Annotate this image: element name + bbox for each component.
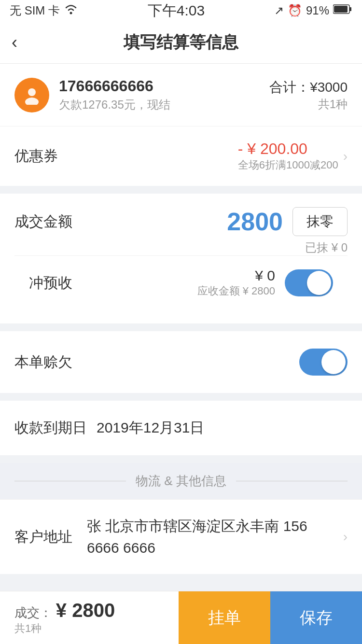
bottom-count: 共1种 — [14, 621, 164, 636]
save-button[interactable]: 保存 — [270, 591, 362, 644]
address-value: 张 北京市市辖区海淀区永丰南 156 6666 6666 — [87, 515, 343, 559]
coupon-discount: - ¥ 200.00 — [238, 140, 338, 158]
bottom-info: 成交： ¥ 2800 共1种 — [0, 600, 179, 636]
back-button[interactable]: ‹ — [12, 32, 17, 53]
nav-bar: ‹ 填写结算等信息 — [0, 21, 362, 64]
amount-card: 成交金额 2800 抹零 已抹 ¥ 0 冲预收 ¥ 0 应收金额 ¥ 2800 — [0, 194, 362, 323]
total-amount: ¥3000 — [310, 80, 348, 95]
status-left: 无 SIM 卡 — [10, 3, 78, 18]
customer-phone: 17666666666 — [59, 77, 170, 95]
wifi-icon — [64, 4, 78, 17]
round-button[interactable]: 抹零 — [292, 207, 348, 236]
debt-label: 本单赊欠 — [14, 352, 72, 372]
amount-row: 成交金额 2800 抹零 — [14, 207, 348, 236]
total-count: 共1种 — [269, 97, 348, 112]
deal-amount-label: 成交金额 — [14, 212, 72, 232]
deal-amount-sub: 已抹 ¥ 0 — [14, 240, 348, 255]
divider-line-right — [236, 481, 348, 481]
bottom-amount: ¥ 2800 — [56, 600, 115, 621]
customer-total: 合计：¥3000 共1种 — [269, 78, 348, 112]
hang-button[interactable]: 挂单 — [179, 591, 270, 644]
svg-rect-2 — [349, 7, 351, 11]
coupon-desc: 全场6折满1000减200 — [238, 158, 338, 172]
svg-point-4 — [28, 88, 36, 96]
address-chevron-icon: › — [343, 529, 348, 545]
avatar — [14, 78, 49, 112]
amount-right: 2800 抹零 — [227, 207, 348, 236]
duedate-value: 2019年12月31日 — [97, 418, 204, 438]
coupon-right: - ¥ 200.00 全场6折满1000减200 › — [238, 140, 348, 172]
precharge-sub: 应收金额 ¥ 2800 — [197, 284, 275, 298]
total-label-amount: 合计：¥3000 — [269, 78, 348, 97]
precharge-row: 冲预收 ¥ 0 应收金额 ¥ 2800 — [14, 255, 348, 310]
battery-text: 91% — [306, 4, 329, 17]
deal-amount-value: 2800 — [227, 207, 283, 236]
divider-line-left — [14, 481, 126, 481]
toggle-knob — [307, 271, 331, 295]
svg-point-0 — [70, 12, 72, 14]
debt-card: 本单赊欠 — [0, 331, 362, 393]
duedate-card: 收款到期日 2019年12月31日 — [0, 401, 362, 455]
total-label: 合计： — [269, 80, 310, 95]
coupon-row[interactable]: 优惠券 - ¥ 200.00 全场6折满1000减200 › — [0, 126, 362, 186]
precharge-label: 冲预收 — [29, 273, 72, 293]
status-right: ↗ ⏰ 91% — [274, 4, 352, 17]
customer-subtext: 欠款1276.35元，现结 — [59, 97, 170, 112]
svg-rect-3 — [334, 6, 348, 13]
page-title: 填写结算等信息 — [124, 31, 238, 54]
address-label: 客户地址 — [14, 527, 72, 547]
battery-icon — [333, 4, 352, 17]
precharge-right: ¥ 0 应收金额 ¥ 2800 — [197, 267, 333, 298]
customer-row: 17666666666 欠款1276.35元，现结 合计：¥3000 共1种 — [0, 64, 362, 126]
address-row[interactable]: 客户地址 张 北京市市辖区海淀区永丰南 156 6666 6666 › — [0, 499, 362, 574]
location-icon: ↗ — [274, 4, 284, 17]
debt-toggle-knob — [321, 350, 346, 374]
debt-toggle[interactable] — [299, 349, 348, 376]
logistics-label: 物流 & 其他信息 — [136, 473, 226, 490]
logistics-divider: 物流 & 其他信息 — [0, 463, 362, 499]
alarm-icon: ⏰ — [288, 4, 302, 17]
precharge-amount: ¥ 0 — [197, 267, 275, 284]
customer-card: 17666666666 欠款1276.35元，现结 合计：¥3000 共1种 优… — [0, 64, 362, 186]
chevron-right-icon: › — [343, 149, 348, 164]
svg-point-5 — [25, 98, 39, 105]
duedate-label: 收款到期日 — [14, 418, 87, 438]
bottom-bar: 成交： ¥ 2800 共1种 挂单 保存 — [0, 591, 362, 644]
precharge-toggle[interactable] — [285, 269, 333, 296]
customer-info: 17666666666 欠款1276.35元，现结 — [14, 77, 170, 112]
status-time: 下午4:03 — [148, 1, 205, 21]
customer-details: 17666666666 欠款1276.35元，现结 — [59, 77, 170, 112]
status-bar: 无 SIM 卡 下午4:03 ↗ ⏰ 91% — [0, 0, 362, 21]
bottom-deal-label: 成交： — [14, 605, 52, 620]
sim-text: 无 SIM 卡 — [10, 3, 60, 18]
coupon-label: 优惠券 — [14, 146, 58, 166]
